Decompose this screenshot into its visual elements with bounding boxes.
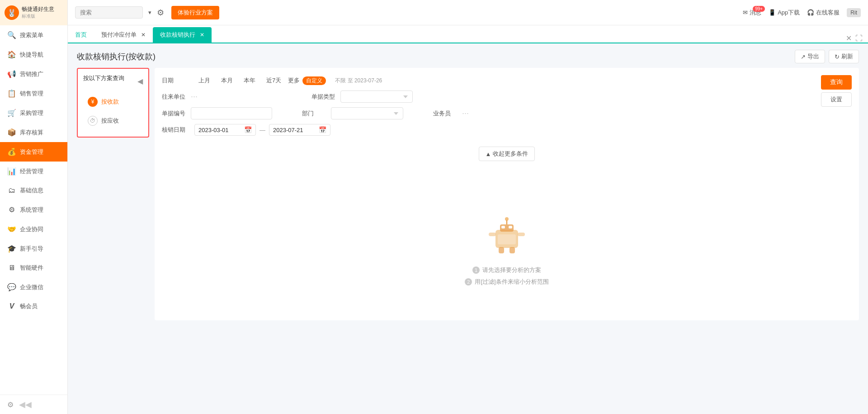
export-icon: ↗ bbox=[801, 53, 806, 60]
date-quick-buttons: 上月 本月 本年 近7天 更多 自定义 bbox=[194, 75, 326, 86]
topbar-gear-icon[interactable]: ⚙ bbox=[157, 8, 164, 18]
writeoff-date-range: 📅 — 📅 bbox=[194, 124, 330, 136]
tab-writeoff-close-icon[interactable]: ✕ bbox=[200, 32, 204, 38]
industry-solution-button[interactable]: 体验行业方案 bbox=[171, 6, 219, 19]
date-more[interactable]: 更多 bbox=[288, 76, 300, 85]
message-action[interactable]: ✉ 消息 99+ bbox=[743, 9, 761, 17]
topbar-search-input[interactable] bbox=[75, 6, 143, 19]
enterprise-icon: 🤝 bbox=[7, 225, 16, 233]
topbar: ▾ ⚙ 体验行业方案 ✉ 消息 99+ 📱 App下载 🎧 在线客服 Rit bbox=[68, 0, 868, 25]
sidebar-item-hardware[interactable]: 🖥 智能硬件 bbox=[0, 258, 67, 277]
vip-icon: V bbox=[7, 302, 16, 310]
sidebar-item-inventory[interactable]: 📦 库存核算 bbox=[0, 123, 67, 142]
sidebar-item-sales[interactable]: 📋 销售管理 bbox=[0, 84, 67, 103]
sidebar: 🐰 畅捷通好生意 标准版 🔍 搜索菜单 🏠 快捷导航 📢 营销推广 📋 销售管理… bbox=[0, 0, 68, 414]
sidebar-item-purchase[interactable]: 🛒 采购管理 bbox=[0, 103, 67, 123]
refresh-label: 刷新 bbox=[841, 52, 853, 61]
chevron-up-icon: ▲ bbox=[486, 151, 491, 157]
tab-writeoff[interactable]: 收款核销执行 ✕ bbox=[153, 27, 212, 43]
sidebar-label-guide: 新手引导 bbox=[20, 245, 43, 253]
right-filter-panel: 日期 上月 本月 本年 近7天 更多 自定义 不限 至 2023-07-26 bbox=[155, 68, 859, 320]
sidebar-nav: 🔍 搜索菜单 🏠 快捷导航 📢 营销推广 📋 销售管理 🛒 采购管理 📦 库存核… bbox=[0, 25, 67, 395]
mobile-icon: 📱 bbox=[769, 9, 776, 16]
writeoff-date-label: 核销日期 bbox=[162, 126, 187, 134]
tab-prepay[interactable]: 预付冲应付单 ✕ bbox=[94, 27, 153, 43]
online-service-action[interactable]: 🎧 在线客服 bbox=[807, 9, 840, 17]
salesperson-dots[interactable]: ··· bbox=[462, 109, 469, 118]
filter-option-receipt-label: 按收款 bbox=[101, 98, 119, 106]
guide-icon: 🎓 bbox=[7, 244, 16, 253]
date-btn-this-year[interactable]: 本年 bbox=[240, 75, 259, 86]
collapse-conditions-label: 收起更多条件 bbox=[493, 150, 528, 158]
writeoff-end-wrap: 📅 bbox=[269, 124, 330, 136]
writeoff-start-input[interactable] bbox=[198, 127, 241, 133]
sidebar-item-marketing[interactable]: 📢 营销推广 bbox=[0, 64, 67, 84]
export-button[interactable]: ↗ 导出 bbox=[795, 50, 825, 63]
filter-option-by-receipt[interactable]: ¥ 按收款 bbox=[83, 93, 143, 110]
export-label: 导出 bbox=[807, 52, 819, 61]
empty-hint-2-text: 用[过滤]条件来缩小分析范围 bbox=[475, 278, 548, 286]
app-download-label: App下载 bbox=[778, 9, 800, 17]
doc-no-input[interactable] bbox=[191, 107, 272, 119]
sidebar-item-search[interactable]: 🔍 搜索菜单 bbox=[0, 25, 67, 45]
online-service-label: 在线客服 bbox=[816, 9, 840, 17]
app-download-action[interactable]: 📱 App下载 bbox=[769, 9, 800, 17]
svg-rect-3 bbox=[509, 226, 512, 228]
sidebar-item-finance[interactable]: 💰 资金管理 bbox=[0, 142, 67, 162]
sidebar-label-search: 搜索菜单 bbox=[20, 31, 43, 39]
counterparty-dots[interactable]: ··· bbox=[191, 92, 198, 101]
sidebar-label-system: 系统管理 bbox=[20, 206, 43, 214]
refresh-button[interactable]: ↻ 刷新 bbox=[829, 50, 859, 63]
content-area: 收款核销执行(按收款) ↗ 导出 ↻ 刷新 按以下方案查询 ◀ bbox=[68, 43, 868, 414]
left-panel-collapse-icon[interactable]: ◀ bbox=[137, 77, 143, 86]
sidebar-item-basic[interactable]: 🗂 基础信息 bbox=[0, 181, 67, 200]
app-logo-icon: 🐰 bbox=[5, 5, 19, 20]
calendar-end-icon[interactable]: 📅 bbox=[319, 126, 326, 133]
sidebar-label-purchase: 采购管理 bbox=[20, 109, 43, 117]
tabbar: 首页 预付冲应付单 ✕ 收款核销执行 ✕ ✕ ⛶ bbox=[68, 25, 868, 43]
settings-button[interactable]: 设置 bbox=[821, 92, 852, 107]
sidebar-label-hardware: 智能硬件 bbox=[20, 264, 43, 272]
svg-rect-7 bbox=[518, 233, 525, 236]
sidebar-item-wechat[interactable]: 💬 企业微信 bbox=[0, 277, 67, 297]
date-btn-last-month[interactable]: 上月 bbox=[194, 75, 214, 86]
date-btn-last-7-days[interactable]: 近7天 bbox=[262, 75, 285, 86]
app-name: 畅捷通好生意 bbox=[22, 6, 54, 13]
inventory-icon: 📦 bbox=[7, 128, 16, 137]
basic-icon: 🗂 bbox=[7, 186, 16, 195]
maximize-window-icon[interactable]: ⛶ bbox=[855, 34, 863, 43]
date-btn-this-month[interactable]: 本月 bbox=[217, 75, 237, 86]
settings-icon[interactable]: ⚙ bbox=[7, 400, 14, 409]
headset-icon: 🎧 bbox=[807, 9, 814, 16]
topbar-dropdown-icon[interactable]: ▾ bbox=[148, 9, 151, 16]
sidebar-label-vip: 畅会员 bbox=[20, 302, 38, 310]
hardware-icon: 🖥 bbox=[7, 264, 16, 272]
dept-label: 部门 bbox=[302, 109, 327, 118]
empty-hint-2: 2 用[过滤]条件来缩小分析范围 bbox=[465, 278, 548, 286]
collapse-conditions-button[interactable]: ▲ 收起更多条件 bbox=[479, 147, 535, 161]
sidebar-item-vip[interactable]: V 畅会员 bbox=[0, 297, 67, 316]
sidebar-label-enterprise: 企业协同 bbox=[20, 225, 43, 233]
sidebar-label-wechat: 企业微信 bbox=[20, 283, 43, 291]
query-button[interactable]: 查询 bbox=[821, 75, 852, 90]
sidebar-item-guide[interactable]: 🎓 新手引导 bbox=[0, 239, 67, 258]
sidebar-label-finance: 资金管理 bbox=[20, 148, 43, 156]
main-area: ▾ ⚙ 体验行业方案 ✉ 消息 99+ 📱 App下载 🎧 在线客服 Rit 首… bbox=[68, 0, 868, 414]
search-icon: 🔍 bbox=[7, 31, 16, 39]
sidebar-collapse-icon[interactable]: ◀◀ bbox=[19, 400, 32, 409]
sidebar-item-management[interactable]: 📊 经营管理 bbox=[0, 162, 67, 181]
user-name[interactable]: Rit bbox=[847, 8, 861, 17]
empty-state: 1 请先选择要分析的方案 2 用[过滤]条件来缩小分析范围 bbox=[162, 176, 852, 313]
calendar-start-icon[interactable]: 📅 bbox=[244, 126, 252, 133]
filter-option-by-receivable[interactable]: ⏱ 按应收 bbox=[83, 112, 143, 129]
doc-type-label: 单据类型 bbox=[311, 93, 337, 101]
tab-prepay-close-icon[interactable]: ✕ bbox=[141, 32, 146, 38]
sidebar-item-system[interactable]: ⚙ 系统管理 bbox=[0, 200, 67, 219]
doc-type-select[interactable] bbox=[340, 90, 413, 103]
tab-home[interactable]: 首页 bbox=[68, 27, 94, 43]
writeoff-end-input[interactable] bbox=[273, 127, 316, 133]
sidebar-item-enterprise[interactable]: 🤝 企业协同 bbox=[0, 219, 67, 239]
dept-select[interactable] bbox=[331, 107, 403, 119]
close-window-icon[interactable]: ✕ bbox=[846, 34, 852, 43]
sidebar-item-quick-nav[interactable]: 🏠 快捷导航 bbox=[0, 45, 67, 64]
